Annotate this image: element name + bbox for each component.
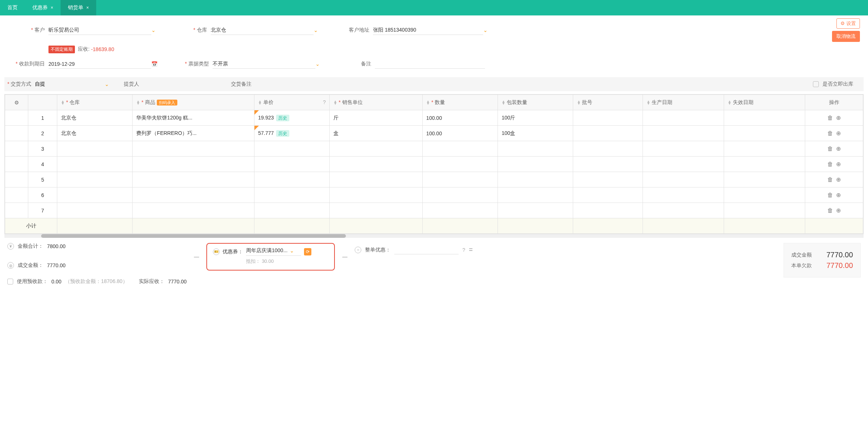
delete-icon[interactable]: 🗑 (827, 192, 833, 198)
add-icon[interactable]: ⊕ (836, 130, 841, 136)
delete-icon[interactable]: 🗑 (827, 115, 833, 121)
horizontal-scrollbar[interactable] (4, 234, 864, 238)
table-row[interactable]: 1 北京仓 华美华夫软饼1200g 糕... 19.923历史 斤 100.00… (5, 110, 863, 126)
prepay-balance: （预收款金额：18706.80） (65, 278, 127, 285)
col-price[interactable]: ▲▼单价? (254, 95, 329, 110)
remark-field[interactable] (375, 60, 485, 69)
form-header: *客户 ⌄ *仓库 ⌄ 客户地址 ⌄ ⚙ 设置 取消物流 不固定账期 应收: -… (0, 15, 868, 74)
chevron-down-icon[interactable]: ⌄ (483, 27, 488, 33)
add-icon[interactable]: ⊕ (836, 192, 841, 198)
col-unit[interactable]: ▲▼*销售单位 (330, 95, 423, 110)
scan-input-button[interactable]: 扫码录入 (157, 100, 177, 105)
add-icon[interactable]: ⊕ (836, 161, 841, 167)
order-discount-field[interactable] (394, 245, 459, 254)
warehouse-label: *仓库 (167, 27, 211, 33)
invoice-label: *票据类型 (169, 61, 213, 67)
coupon-select[interactable]: 周年店庆满1000... ⌄ (246, 247, 301, 256)
tab-bar: 首页 优惠券× 销货单× (0, 0, 868, 15)
address-label: 客户地址 (329, 27, 373, 33)
delivery-method-field[interactable] (35, 81, 101, 87)
total-label: 金额合计： (18, 243, 43, 250)
chevron-down-icon[interactable]: ⌄ (151, 27, 156, 33)
summary-owe-label: 本单欠款 (791, 262, 812, 269)
cancel-logistics-button[interactable]: 取消物流 (832, 31, 860, 42)
summary-deal-value: 7770.00 (827, 251, 853, 259)
customer-field[interactable] (48, 26, 151, 35)
refresh-icon[interactable]: ⟳ (304, 248, 311, 255)
actual-value: 7770.00 (168, 279, 187, 285)
tab-home[interactable]: 首页 (0, 0, 25, 15)
remark-label: 备注 (331, 61, 375, 67)
add-icon[interactable]: ⊕ (836, 207, 841, 214)
delete-icon[interactable]: 🗑 (827, 130, 833, 136)
chevron-down-icon[interactable]: ⌄ (314, 27, 318, 33)
items-table: ⚙ ▲▼*仓库 ▲▼*商品扫码录入 ▲▼单价? ▲▼*销售单位 ▲▼*数量 ▲▼… (4, 94, 864, 234)
add-icon[interactable]: ⊕ (836, 115, 841, 121)
currency-icon: ¥ (7, 243, 14, 250)
add-icon[interactable]: ⊕ (836, 146, 841, 152)
summary-owe-value: 7770.00 (827, 261, 853, 270)
total-value: 7800.00 (47, 243, 66, 249)
close-icon[interactable]: × (51, 5, 53, 10)
actual-label: 实际应收： (139, 278, 164, 285)
receivable-value: -18639.80 (91, 46, 114, 52)
col-edate[interactable]: ▲▼失效日期 (724, 95, 805, 110)
table-row[interactable]: 3 🗑⊕ (5, 141, 863, 157)
delivery-bar: *交货方式 ⌄ 提货人 交货备注 是否立即出库 (4, 77, 864, 91)
paydate-label: *收款到期日 (4, 61, 48, 67)
help-icon[interactable]: ? (462, 247, 465, 253)
add-icon[interactable]: ⊕ (836, 176, 841, 183)
order-discount-label: 整单优惠： (365, 247, 391, 253)
paydate-field[interactable] (48, 60, 151, 69)
col-qty[interactable]: ▲▼*数量 (422, 95, 498, 110)
table-row[interactable]: 4 🗑⊕ (5, 157, 863, 172)
warehouse-field[interactable] (211, 26, 314, 35)
chevron-down-icon[interactable]: ⌄ (315, 61, 320, 67)
col-op: 操作 (805, 95, 863, 110)
chevron-down-icon[interactable]: ⌄ (290, 248, 294, 254)
col-product[interactable]: ▲▼*商品扫码录入 (133, 95, 254, 110)
chevron-down-icon[interactable]: ⌄ (105, 81, 109, 87)
ticket-icon: 🎫 (213, 248, 220, 255)
coupon-discount-value: 30.00 (262, 258, 274, 264)
tab-coupon[interactable]: 优惠券× (25, 0, 61, 15)
col-batch[interactable]: ▲▼批号 (573, 95, 643, 110)
table-row[interactable]: 2 北京仓 费列罗（FERRERO）巧... 57.777历史 盒 100.00… (5, 126, 863, 141)
col-warehouse[interactable]: ▲▼*仓库 (57, 95, 133, 110)
history-badge[interactable]: 历史 (276, 130, 289, 137)
col-pack[interactable]: ▲▼包装数量 (498, 95, 573, 110)
receivable-label: 应收: (78, 46, 90, 53)
address-field[interactable] (373, 26, 483, 35)
delivery-method-label: *交货方式 (7, 81, 31, 87)
invoice-field[interactable] (213, 60, 315, 69)
picker-field[interactable] (143, 81, 216, 87)
table-row[interactable]: 7 🗑⊕ (5, 203, 863, 218)
coupon-label: 优惠券： (223, 248, 243, 255)
delivery-note-field[interactable] (255, 81, 329, 87)
use-prepay-checkbox[interactable] (7, 279, 13, 285)
deal-label: 成交金额： (18, 262, 43, 269)
gear-column[interactable]: ⚙ (5, 95, 28, 110)
delete-icon[interactable]: 🗑 (827, 176, 833, 183)
instant-outbound-checkbox[interactable] (813, 81, 819, 87)
calendar-icon[interactable]: 📅 (151, 61, 158, 67)
discount-icon: ○ (355, 247, 361, 253)
tab-sales[interactable]: 销货单× (61, 0, 96, 15)
history-badge[interactable]: 历史 (276, 115, 289, 121)
close-icon[interactable]: × (86, 5, 89, 10)
deal-icon: ◎ (7, 262, 14, 269)
delete-icon[interactable]: 🗑 (827, 146, 833, 152)
use-prepay-label: 使用预收款： (17, 278, 48, 285)
table-row[interactable]: 6 🗑⊕ (5, 187, 863, 203)
equals-icon: = (469, 246, 473, 254)
table-row[interactable]: 5 🗑⊕ (5, 172, 863, 187)
delete-icon[interactable]: 🗑 (827, 161, 833, 167)
delete-icon[interactable]: 🗑 (827, 207, 833, 214)
summary-deal-label: 成交金额 (791, 252, 812, 258)
instant-outbound-label: 是否立即出库 (822, 81, 853, 87)
coupon-discount-label: 抵扣： (246, 258, 260, 264)
summary-box: 成交金额 7770.00 本单欠款 7770.00 (784, 243, 861, 278)
help-icon[interactable]: ? (323, 99, 326, 105)
setup-button[interactable]: ⚙ 设置 (836, 18, 860, 29)
col-pdate[interactable]: ▲▼生产日期 (643, 95, 724, 110)
